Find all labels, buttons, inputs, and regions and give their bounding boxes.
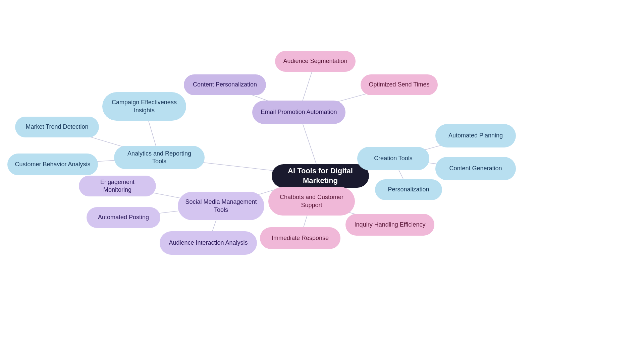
audience-interaction-node[interactable]: Audience Interaction Analysis	[160, 231, 257, 255]
social-node[interactable]: Social Media Management Tools	[178, 192, 264, 220]
email-node[interactable]: Email Promotion Automation	[252, 101, 345, 124]
immediate-node[interactable]: Immediate Response	[260, 227, 340, 249]
automated-planning-node[interactable]: Automated Planning	[435, 124, 516, 147]
automated-posting-node[interactable]: Automated Posting	[87, 207, 160, 228]
market-node[interactable]: Market Trend Detection	[15, 117, 99, 137]
optimized-node[interactable]: Optimized Send Times	[361, 74, 438, 95]
chatbots-node[interactable]: Chatbots and Customer Support	[268, 187, 355, 216]
personalization-node[interactable]: Personalization	[375, 179, 442, 200]
content-gen-node[interactable]: Content Generation	[435, 157, 516, 180]
customer-node[interactable]: Customer Behavior Analysis	[7, 154, 98, 175]
audience-seg-node[interactable]: Audience Segmentation	[275, 51, 356, 72]
content-personalization-node[interactable]: Content Personalization	[184, 74, 266, 95]
creation-node[interactable]: Creation Tools	[357, 147, 429, 170]
campaign-node[interactable]: Campaign Effectiveness Insights	[102, 92, 186, 121]
center-node[interactable]: AI Tools for Digital Marketing	[272, 164, 369, 188]
analytics-node[interactable]: Analytics and Reporting Tools	[114, 146, 205, 169]
engagement-node[interactable]: Engagement Monitoring	[79, 176, 156, 196]
inquiry-node[interactable]: Inquiry Handling Efficiency	[345, 214, 434, 236]
